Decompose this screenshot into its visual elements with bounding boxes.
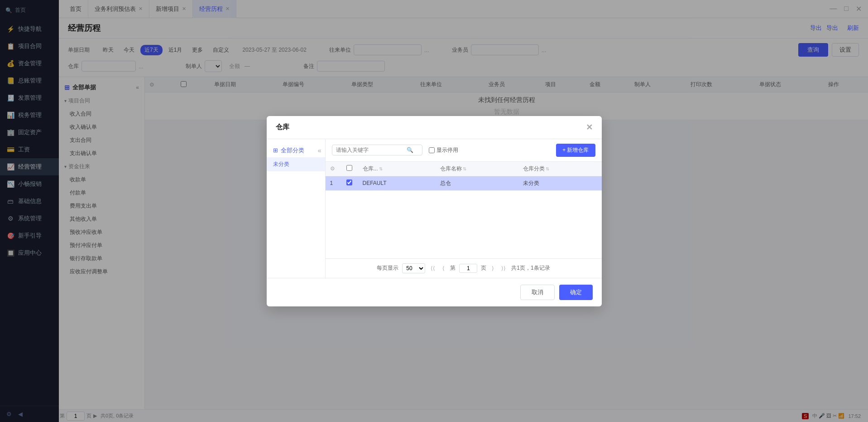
modal-first-btn[interactable]: ⟨⟨ — [429, 264, 437, 272]
cancel-button[interactable]: 取消 — [520, 285, 555, 300]
modal-last-btn[interactable]: ⟩⟩ — [499, 264, 508, 272]
modal-close-btn[interactable]: ✕ — [586, 122, 593, 132]
show-disabled-label: 显示停用 — [436, 146, 458, 154]
modal-row-index: 1 — [326, 176, 342, 190]
modal-total-text: 共1页，1条记录 — [511, 264, 550, 272]
modal-page-input[interactable] — [459, 264, 477, 273]
modal-select-all[interactable] — [346, 165, 352, 171]
modal-row-category: 未分类 — [518, 176, 601, 190]
show-disabled-option: 显示停用 — [429, 146, 458, 154]
modal-pagination: 每页显示 50 100 ⟨⟨ ⟨ 第 页 ⟩ ⟩⟩ 共1页，1条记录 — [326, 258, 602, 278]
modal-table-row[interactable]: 1 DEFAULT 总仓 未分类 — [326, 176, 602, 190]
modal-header: 仓库 ✕ — [267, 116, 602, 139]
modal-page-label: 第 — [450, 264, 456, 272]
warehouse-modal: 仓库 ✕ ⊞ 全部分类 « 未分类 — [267, 116, 602, 306]
modal-next-btn[interactable]: ⟩ — [490, 264, 496, 272]
modal-toolbar: 🔍 显示停用 + 新增仓库 — [326, 139, 602, 162]
modal-all-category-label: 全部分类 — [281, 146, 304, 155]
modal-category-unclassified[interactable]: 未分类 — [267, 157, 325, 171]
modal-th-code: 仓库...⇅ — [358, 162, 436, 176]
modal-left-header[interactable]: ⊞ 全部分类 — [267, 144, 311, 157]
modal-th-category: 仓库分类⇅ — [518, 162, 601, 176]
modal-page-suffix: 页 — [481, 264, 486, 272]
modal-search-input[interactable] — [336, 147, 404, 153]
modal-search-box: 🔍 — [332, 145, 422, 155]
modal-grid-icon: ⊞ — [273, 147, 278, 154]
modal-th-name: 仓库名称⇅ — [436, 162, 518, 176]
modal-per-page-select[interactable]: 50 100 — [402, 263, 425, 273]
modal-row-code: DEFAULT — [358, 176, 436, 190]
modal-actions: 取消 确定 — [267, 278, 602, 306]
modal-body: ⊞ 全部分类 « 未分类 🔍 — [267, 139, 602, 278]
modal-prev-btn[interactable]: ⟨ — [441, 264, 446, 272]
add-warehouse-btn[interactable]: + 新增仓库 — [556, 144, 595, 157]
modal-title: 仓库 — [276, 123, 289, 131]
show-disabled-checkbox[interactable] — [429, 147, 435, 153]
modal-th-settings: ⚙ — [326, 162, 342, 176]
modal-overlay: 仓库 ✕ ⊞ 全部分类 « 未分类 — [0, 0, 868, 422]
modal-collapse-btn[interactable]: « — [314, 144, 325, 157]
modal-left-panel: ⊞ 全部分类 « 未分类 — [267, 139, 326, 278]
modal-row-checkbox[interactable] — [346, 179, 352, 185]
modal-search-icon[interactable]: 🔍 — [407, 147, 413, 153]
confirm-button[interactable]: 确定 — [559, 285, 593, 300]
modal-th-checkbox — [342, 162, 358, 176]
modal-row-checkbox-cell — [342, 176, 358, 190]
modal-settings-icon[interactable]: ⚙ — [330, 165, 335, 172]
modal-table-wrap: ⚙ 仓库...⇅ 仓库名称⇅ — [326, 162, 602, 258]
modal-right-panel: 🔍 显示停用 + 新增仓库 — [326, 139, 602, 278]
modal-per-page-label: 每页显示 — [377, 264, 398, 272]
modal-row-name: 总仓 — [436, 176, 518, 190]
modal-table: ⚙ 仓库...⇅ 仓库名称⇅ — [326, 162, 602, 191]
